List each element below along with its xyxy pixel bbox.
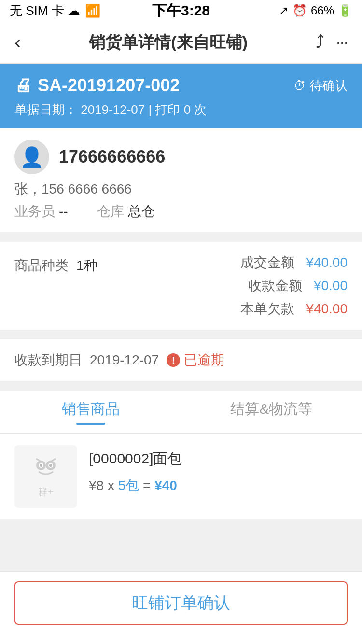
product-price-row: ¥8 x 5包 = ¥40 bbox=[89, 476, 348, 495]
amount-label-0: 成交金额 bbox=[240, 253, 294, 272]
status-clock-icon: ⏱ bbox=[293, 78, 306, 93]
product-thumbnail: 群+ bbox=[14, 445, 77, 508]
tab-settlement-logistics[interactable]: 结算&物流等 bbox=[181, 391, 362, 433]
product-price: ¥8 bbox=[89, 478, 104, 493]
nav-right-actions: ⤴ ··· bbox=[316, 32, 348, 53]
status-bar: 无 SIM 卡 ☁ 📶 下午3:28 ↗ ⏰ 66% 🔋 bbox=[0, 0, 362, 21]
product-type-value: 1种 bbox=[76, 256, 97, 275]
owl-icon bbox=[31, 455, 60, 484]
tab-sales-product-label: 销售商品 bbox=[62, 399, 120, 419]
back-button[interactable]: ‹ bbox=[14, 31, 21, 53]
order-status-text: 待确认 bbox=[310, 77, 348, 94]
customer-row: 👤 17666666666 bbox=[14, 140, 348, 174]
tab-settlement-label: 结算&物流等 bbox=[230, 399, 312, 419]
product-qty: 5包 bbox=[118, 478, 139, 493]
overdue-badge: ! 已逾期 bbox=[167, 351, 224, 369]
no-sim-text: 无 SIM 卡 ☁ bbox=[10, 2, 80, 19]
product-total: ¥40 bbox=[154, 478, 177, 493]
customer-info: 17666666666 bbox=[59, 147, 165, 167]
sales-label: 业务员 bbox=[14, 202, 55, 221]
amount-value-0: ¥40.00 bbox=[306, 255, 348, 270]
sales-value: -- bbox=[59, 204, 68, 219]
tabs-section: 销售商品 结算&物流等 bbox=[0, 391, 362, 434]
product-equals: = bbox=[143, 478, 154, 493]
tab-inactive-indicator bbox=[257, 423, 286, 425]
share-button[interactable]: ⤴ bbox=[316, 32, 324, 53]
status-right: ↗ ⏰ 66% 🔋 bbox=[279, 4, 352, 17]
print-info: 打印 0 次 bbox=[155, 102, 207, 117]
svg-point-4 bbox=[40, 464, 42, 467]
battery-text: 66% bbox=[311, 4, 334, 17]
overdue-dot-icon: ! bbox=[167, 353, 180, 367]
amount-label-1: 收款金额 bbox=[248, 277, 302, 295]
amount-value-1: ¥0.00 bbox=[314, 278, 348, 294]
amount-row-0: 成交金额 ¥40.00 bbox=[240, 253, 348, 272]
bottom-bar: 旺铺订单确认 bbox=[0, 571, 362, 644]
order-header: 🖨 SA-20191207-002 ⏱ 待确认 单据日期： 2019-12-07… bbox=[0, 64, 362, 128]
order-status: ⏱ 待确认 bbox=[293, 77, 348, 94]
amount-row-2: 本单欠款 ¥40.00 bbox=[240, 300, 348, 318]
nav-bar: ‹ 销货单详情(来自旺铺) ⤴ ··· bbox=[0, 21, 362, 64]
amount-label-2: 本单欠款 bbox=[240, 300, 294, 318]
order-icon: 🖨 bbox=[14, 75, 32, 96]
order-id-text: SA-20191207-002 bbox=[38, 75, 180, 96]
product-section: 群+ [0000002]面包 ¥8 x 5包 = ¥40 bbox=[0, 434, 362, 520]
back-icon: ‹ bbox=[14, 31, 21, 53]
location-icon: ↗ bbox=[279, 4, 289, 17]
product-type-label: 商品种类 bbox=[14, 256, 69, 275]
date-label: 单据日期： bbox=[14, 102, 77, 117]
logo-plus-text: 群+ bbox=[38, 486, 54, 499]
due-label: 收款到期日 bbox=[14, 351, 82, 369]
status-left: 无 SIM 卡 ☁ 📶 bbox=[10, 2, 100, 19]
date-separator: | bbox=[148, 102, 155, 117]
amount-value-2: ¥40.00 bbox=[306, 301, 348, 317]
summary-right: 成交金额 ¥40.00 收款金额 ¥0.00 本单欠款 ¥40.00 bbox=[240, 253, 348, 318]
svg-point-5 bbox=[49, 464, 52, 467]
summary-section: 商品种类 1种 成交金额 ¥40.00 收款金额 ¥0.00 本单欠款 ¥40.… bbox=[0, 242, 362, 339]
confirm-order-button[interactable]: 旺铺订单确认 bbox=[14, 581, 348, 625]
battery-icon: 🔋 bbox=[338, 4, 352, 17]
product-info: [0000002]面包 ¥8 x 5包 = ¥40 bbox=[89, 445, 348, 495]
warehouse-value: 总仓 bbox=[128, 202, 155, 221]
order-id: 🖨 SA-20191207-002 bbox=[14, 75, 180, 96]
status-time: 下午3:28 bbox=[152, 1, 210, 21]
wifi-icon: 📶 bbox=[85, 3, 100, 18]
warehouse-meta: 仓库 总仓 bbox=[97, 202, 155, 221]
summary-left: 商品种类 1种 bbox=[14, 253, 97, 275]
product-multiply: x bbox=[108, 478, 118, 493]
warehouse-label: 仓库 bbox=[97, 202, 124, 221]
customer-avatar: 👤 bbox=[14, 140, 49, 174]
tab-sales-product[interactable]: 销售商品 bbox=[0, 391, 181, 433]
amount-row-1: 收款金额 ¥0.00 bbox=[248, 277, 348, 295]
customer-name: 张，156 6666 6666 bbox=[14, 180, 348, 198]
customer-phone: 17666666666 bbox=[59, 147, 165, 167]
alarm-icon: ⏰ bbox=[292, 4, 307, 17]
avatar-icon: 👤 bbox=[20, 146, 44, 168]
tab-active-indicator bbox=[76, 423, 105, 425]
due-section: 收款到期日 2019-12-07 ! 已逾期 bbox=[0, 339, 362, 391]
customer-meta: 业务员 -- 仓库 总仓 bbox=[14, 202, 348, 221]
more-button[interactable]: ··· bbox=[336, 32, 348, 53]
customer-section: 👤 17666666666 张，156 6666 6666 业务员 -- 仓库 … bbox=[0, 128, 362, 242]
sales-meta: 业务员 -- bbox=[14, 202, 68, 221]
page-title: 销货单详情(来自旺铺) bbox=[21, 31, 316, 54]
product-thumb-inner: 群+ bbox=[31, 455, 60, 499]
product-item: 群+ [0000002]面包 ¥8 x 5包 = ¥40 bbox=[14, 445, 348, 508]
order-date-row: 单据日期： 2019-12-07 | 打印 0 次 bbox=[14, 101, 348, 118]
overdue-text: 已逾期 bbox=[184, 351, 224, 369]
product-name: [0000002]面包 bbox=[89, 449, 348, 469]
order-date: 2019-12-07 bbox=[81, 102, 145, 117]
due-date: 2019-12-07 bbox=[90, 352, 159, 368]
order-id-row: 🖨 SA-20191207-002 ⏱ 待确认 bbox=[14, 75, 348, 96]
